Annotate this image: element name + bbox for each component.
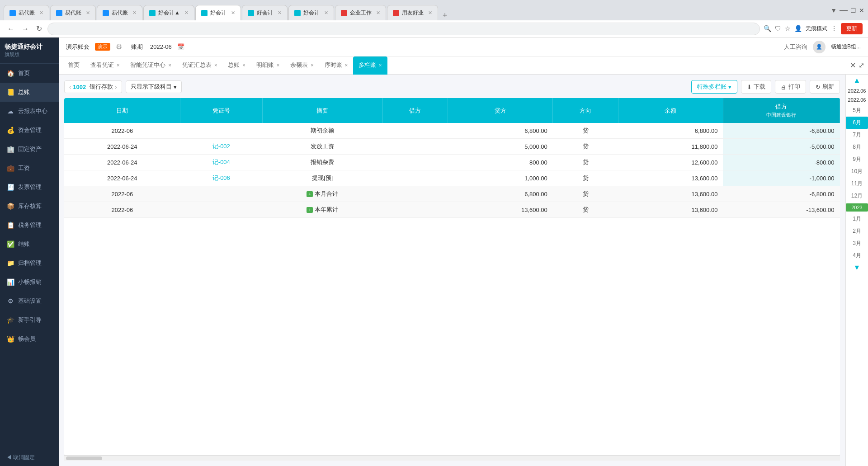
browser-tab-0[interactable]: 易代账 ✕	[4, 5, 49, 20]
timeline-month-7[interactable]: 7月	[846, 129, 868, 141]
tab-chrono-ledger[interactable]: 序时账 ×	[319, 56, 353, 75]
tab-close-multi[interactable]: ×	[379, 62, 382, 68]
timeline-month-10[interactable]: 10月	[846, 165, 868, 178]
tab-balance-sheet[interactable]: 余额表 ×	[285, 56, 319, 75]
timeline-month-2023-2[interactable]: 2月	[846, 225, 868, 237]
nav-item-guide[interactable]: 🎓 新手引导	[0, 311, 59, 329]
browser-tab-6[interactable]: 好会计 ✕	[288, 5, 334, 20]
nav-item-expense[interactable]: 📊 小畅报销	[0, 273, 59, 292]
tab-close-5[interactable]: ✕	[278, 10, 282, 16]
tab-general-ledger[interactable]: 总账 ×	[222, 56, 250, 75]
star-icon[interactable]: ☆	[785, 25, 791, 33]
search-icon[interactable]: 🔍	[764, 25, 771, 33]
voucher-link[interactable]: 记-006	[212, 174, 230, 181]
reload-button[interactable]: ↻	[34, 23, 44, 35]
back-button[interactable]: ←	[5, 23, 16, 35]
voucher-link[interactable]: 记-004	[212, 159, 230, 165]
tab-close-detail[interactable]: ×	[277, 62, 279, 68]
timeline-up-arrow[interactable]: ▲	[852, 75, 863, 86]
timeline-month-8[interactable]: 8月	[846, 141, 868, 153]
filter-dropdown[interactable]: 只显示下级科目 ▾	[126, 80, 182, 93]
browser-tab-8[interactable]: 用友好业 ✕	[387, 5, 438, 20]
close-icon[interactable]: ✕	[859, 7, 864, 14]
consultant-label[interactable]: 人工咨询	[784, 43, 807, 51]
new-tab-button[interactable]: +	[439, 11, 451, 20]
next-account-btn[interactable]: ›	[115, 84, 117, 90]
minimize-icon[interactable]: —	[840, 5, 848, 15]
tab-voucher-summary[interactable]: 凭证汇总表 ×	[177, 56, 222, 75]
calendar-icon[interactable]: 📅	[177, 43, 184, 50]
timeline-month-6[interactable]: 6月	[846, 117, 868, 129]
tab-close-7[interactable]: ✕	[376, 10, 380, 16]
tab-close-3[interactable]: ✕	[184, 10, 189, 16]
tab-close-2[interactable]: ✕	[132, 10, 137, 16]
nav-item-reports[interactable]: ☁ 云报表中心	[0, 102, 59, 121]
tab-close-general[interactable]: ×	[242, 62, 245, 68]
cell-voucher[interactable]: 记-004	[180, 155, 262, 170]
download-button[interactable]: ⬇ 下载	[741, 80, 771, 94]
close-panel-button[interactable]: ✕	[850, 61, 856, 70]
table-row: 2022-06-24 记-006 提现[预] 1,000.00 贷 13,600…	[64, 170, 840, 186]
timeline-month-12[interactable]: 12月	[846, 190, 868, 202]
tab-smart-voucher[interactable]: 智能凭证中心 ×	[125, 56, 176, 75]
tab-close-voucher-view[interactable]: ×	[117, 62, 119, 68]
expand-panel-button[interactable]: ⤢	[859, 61, 864, 70]
forward-button[interactable]: →	[20, 23, 31, 35]
browser-tab-3[interactable]: 好会计▲ ✕	[143, 5, 194, 20]
tab-close-balance[interactable]: ×	[311, 62, 313, 68]
timeline-month-11[interactable]: 11月	[846, 178, 868, 190]
nav-item-inventory[interactable]: 📦 库存核算	[0, 197, 59, 216]
browser-tab-5[interactable]: 好会计 ✕	[242, 5, 288, 20]
tab-close-chrono[interactable]: ×	[345, 62, 348, 68]
browser-tab-1[interactable]: 易代账 ✕	[50, 5, 96, 20]
nav-item-salary[interactable]: 💼 工资	[0, 159, 59, 178]
timeline-month-2023-4[interactable]: 4月	[846, 249, 868, 262]
tab-list-icon[interactable]: ▼	[830, 7, 837, 14]
tab-close-4[interactable]: ✕	[231, 10, 235, 16]
special-ledger-button[interactable]: 特殊多栏账 ▾	[691, 80, 737, 94]
nav-item-ledger[interactable]: 📒 总账	[0, 83, 59, 102]
browser-tab-2[interactable]: 易代账 ✕	[97, 5, 142, 20]
tab-close-6[interactable]: ✕	[324, 10, 328, 16]
timeline-month-9[interactable]: 9月	[846, 153, 868, 165]
cell-voucher[interactable]: 记-002	[180, 139, 262, 155]
horizontal-scrollbar[interactable]	[64, 455, 840, 461]
nav-item-settings[interactable]: ⚙ 基础设置	[0, 292, 59, 311]
prev-account-btn[interactable]: ‹	[69, 84, 71, 90]
nav-item-tax[interactable]: 📋 税务管理	[0, 216, 59, 235]
sidebar-unpin[interactable]: ◀ 取消固定	[0, 449, 59, 466]
cell-voucher[interactable]: 记-006	[180, 170, 262, 186]
dots-icon[interactable]: ⋮	[831, 25, 837, 33]
tab-close-smart-voucher[interactable]: ×	[168, 62, 171, 68]
tab-close-voucher-summary[interactable]: ×	[214, 62, 217, 68]
timeline-down-arrow[interactable]: ▼	[852, 262, 863, 273]
profile-icon[interactable]: 👤	[794, 25, 802, 33]
maximize-icon[interactable]: ☐	[850, 7, 856, 14]
scroll-thumb[interactable]	[66, 457, 102, 460]
tab-close-1[interactable]: ✕	[86, 10, 90, 16]
nav-item-funds[interactable]: 💰 资金管理	[0, 121, 59, 140]
tab-voucher-view[interactable]: 查看凭证 ×	[85, 56, 125, 75]
tab-detail-ledger[interactable]: 明细账 ×	[251, 56, 285, 75]
nav-item-invoice[interactable]: 🧾 发票管理	[0, 178, 59, 197]
refresh-button[interactable]: ↻ 刷新	[810, 80, 840, 94]
nav-item-home[interactable]: 🏠 首页	[0, 64, 59, 83]
address-input[interactable]: cloud2.chanjet.com/accounting/uh26t264j5…	[47, 23, 760, 35]
timeline-month-2023-3[interactable]: 3月	[846, 237, 868, 249]
timeline-month-2023-1[interactable]: 1月	[846, 213, 868, 225]
settings-gear-icon[interactable]: ⚙	[116, 42, 122, 51]
tab-close-8[interactable]: ✕	[428, 10, 432, 16]
nav-item-assets[interactable]: 🏢 固定资产	[0, 140, 59, 159]
tab-multi-column[interactable]: 多栏账 ×	[353, 56, 387, 75]
voucher-link[interactable]: 记-002	[212, 143, 230, 150]
tab-close-0[interactable]: ✕	[39, 10, 43, 16]
tab-home[interactable]: 首页	[62, 56, 85, 75]
timeline-month-5[interactable]: 5月	[846, 104, 868, 117]
print-button[interactable]: 🖨 打印	[775, 80, 806, 94]
nav-item-closing[interactable]: ✅ 结账	[0, 235, 59, 254]
nav-item-member[interactable]: 👑 畅会员	[0, 329, 59, 348]
nav-item-archive[interactable]: 📁 归档管理	[0, 254, 59, 273]
update-button[interactable]: 更新	[841, 23, 863, 34]
browser-tab-4[interactable]: 好会计 ✕	[195, 5, 241, 20]
browser-tab-7[interactable]: 企业工作 ✕	[335, 5, 386, 20]
